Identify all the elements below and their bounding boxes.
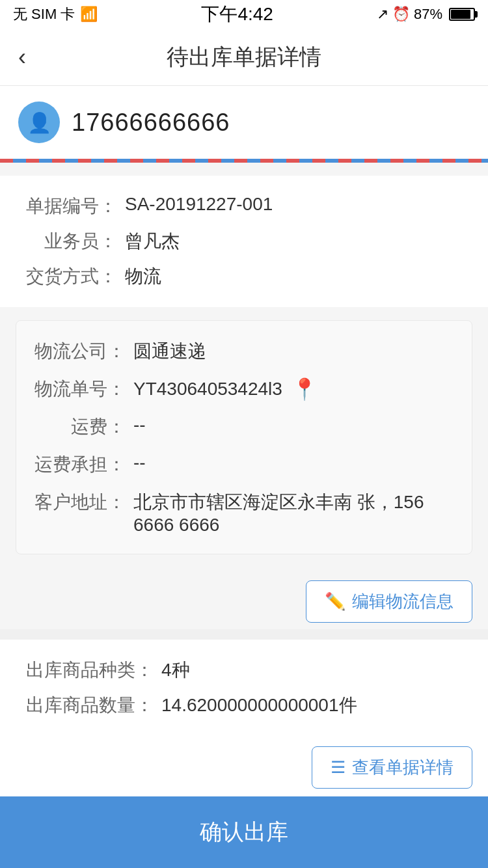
avatar: 👤 xyxy=(18,102,60,143)
view-detail-container: ☰ 查看单据详情 xyxy=(0,736,488,804)
goods-quantity-value: 14.620000000000001件 xyxy=(161,693,462,718)
customer-phone: 17666666666 xyxy=(72,109,230,137)
freight-label: 运费： xyxy=(34,414,126,439)
basic-info-section: 单据编号： SA-20191227-001 业务员： 曾凡杰 交货方式： 物流 xyxy=(0,176,488,307)
document-number-value: SA-20191227-001 xyxy=(125,194,462,215)
document-number-label: 单据编号： xyxy=(26,194,117,219)
logistics-company-value: 圆通速递 xyxy=(133,339,454,364)
bottom-area: 确认出库 xyxy=(0,796,488,868)
salesperson-value: 曾凡杰 xyxy=(125,229,462,254)
status-time: 下午4:42 xyxy=(201,2,273,27)
freight-bearer-row: 运费承担： -- xyxy=(34,452,454,477)
delivery-method-value: 物流 xyxy=(125,264,462,289)
address-value: 北京市市辖区海淀区永丰南 张，156 6666 6666 xyxy=(133,490,454,536)
status-bar: 无 SIM 卡 📶 下午4:42 ↗ ⏰ 87% xyxy=(0,0,488,29)
goods-quantity-row: 出库商品数量： 14.620000000000001件 xyxy=(26,693,462,718)
view-detail-button[interactable]: ☰ 查看单据详情 xyxy=(312,746,472,789)
tracking-number-label: 物流单号： xyxy=(34,377,126,401)
freight-bearer-value: -- xyxy=(133,452,454,473)
alarm-icon: ⏰ xyxy=(392,6,410,23)
address-row: 客户地址： 北京市市辖区海淀区永丰南 张，156 6666 6666 xyxy=(34,490,454,536)
status-carrier: 无 SIM 卡 📶 xyxy=(13,5,98,24)
delivery-method-row: 交货方式： 物流 xyxy=(26,264,462,289)
salesperson-row: 业务员： 曾凡杰 xyxy=(26,229,462,254)
goods-types-value: 4种 xyxy=(161,658,462,683)
edit-logistics-container: ✏️ 编辑物流信息 xyxy=(0,567,488,629)
location-icon: ↗ xyxy=(377,6,388,23)
confirm-outbound-button[interactable]: 确认出库 xyxy=(0,796,488,868)
battery-icon xyxy=(449,8,475,21)
carrier-text: 无 SIM 卡 xyxy=(13,5,75,24)
delivery-method-label: 交货方式： xyxy=(26,264,117,289)
logistics-company-row: 物流公司： 圆通速递 xyxy=(34,339,454,364)
salesperson-label: 业务员： xyxy=(26,229,117,254)
battery-text: 87% xyxy=(414,6,442,23)
address-label: 客户地址： xyxy=(34,490,126,515)
document-number-row: 单据编号： SA-20191227-001 xyxy=(26,194,462,219)
goods-types-row: 出库商品种类： 4种 xyxy=(26,658,462,683)
customer-header: 👤 17666666666 xyxy=(0,86,488,159)
edit-logistics-button[interactable]: ✏️ 编辑物流信息 xyxy=(306,580,472,623)
view-detail-label: 查看单据详情 xyxy=(352,756,454,779)
edit-logistics-label: 编辑物流信息 xyxy=(352,590,454,613)
nav-bar: ‹ 待出库单据详情 xyxy=(0,29,488,86)
back-button[interactable]: ‹ xyxy=(18,44,26,71)
page-title: 待出库单据详情 xyxy=(167,42,321,72)
logistics-company-label: 物流公司： xyxy=(34,339,126,364)
section-divider xyxy=(0,629,488,640)
goods-quantity-label: 出库商品数量： xyxy=(26,693,154,718)
track-location-icon[interactable]: 📍 xyxy=(291,377,318,401)
edit-icon: ✏️ xyxy=(325,591,346,612)
dashed-separator xyxy=(0,159,488,163)
tracking-number-row: 物流单号： YT43064053424l3 📍 xyxy=(34,377,454,401)
goods-types-label: 出库商品种类： xyxy=(26,658,154,683)
freight-row: 运费： -- xyxy=(34,414,454,439)
detail-icon: ☰ xyxy=(331,757,346,778)
freight-value: -- xyxy=(133,414,454,435)
goods-section: 出库商品种类： 4种 出库商品数量： 14.620000000000001件 xyxy=(0,640,488,736)
status-right: ↗ ⏰ 87% xyxy=(377,6,475,23)
tracking-number-value: YT43064053424l3 📍 xyxy=(133,377,454,401)
freight-bearer-label: 运费承担： xyxy=(34,452,126,477)
avatar-icon: 👤 xyxy=(27,111,51,134)
wifi-icon: 📶 xyxy=(80,6,98,23)
logistics-section: 物流公司： 圆通速递 物流单号： YT43064053424l3 📍 运费： -… xyxy=(16,320,472,554)
